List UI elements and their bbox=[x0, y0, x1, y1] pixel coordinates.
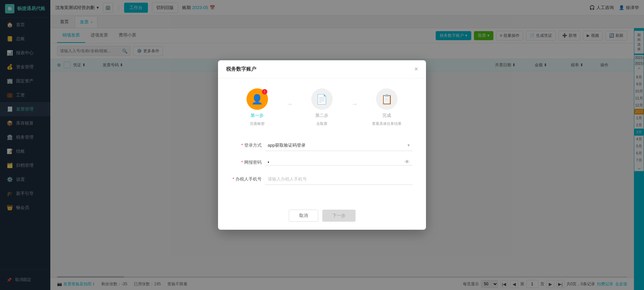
login-method-label: 登录方式 bbox=[231, 142, 262, 148]
eye-toggle-icon[interactable]: 👁 bbox=[405, 159, 410, 165]
step-arrow-2: → bbox=[348, 100, 361, 108]
net-password-label: 网报密码 bbox=[231, 159, 262, 165]
modal-overlay[interactable]: 税务数字账户 × 👤 ! 第一步 完善账密 → bbox=[0, 0, 644, 290]
next-button[interactable]: 下一步 bbox=[322, 210, 356, 222]
taxpayer-phone-input[interactable] bbox=[265, 173, 413, 185]
step-3: 📋 完成 查看具体任务结果 bbox=[361, 88, 413, 126]
password-input-wrap: 👁 bbox=[265, 159, 413, 165]
step-2: 📄 第二步 去取票 bbox=[296, 88, 347, 126]
step-2-doc-icon: 📄 bbox=[316, 94, 328, 105]
modal-close-button[interactable]: × bbox=[414, 66, 418, 73]
step-1-badge: ! bbox=[262, 89, 267, 94]
step-2-desc: 去取票 bbox=[316, 121, 327, 126]
taxpayer-phone-label: 办税人手机号 bbox=[231, 176, 262, 182]
net-password-input[interactable] bbox=[268, 160, 405, 165]
step-1-label: 第一步 bbox=[251, 113, 264, 119]
modal-footer: 取消 下一步 bbox=[218, 203, 426, 230]
net-password-row: 网报密码 👁 bbox=[231, 159, 413, 165]
step-2-label: 第二步 bbox=[315, 113, 328, 119]
step-1-desc: 完善账密 bbox=[250, 121, 265, 126]
step-1: 👤 ! 第一步 完善账密 bbox=[231, 88, 283, 126]
step-arrow-1: → bbox=[283, 100, 296, 108]
taxpayer-phone-row: 办税人手机号 bbox=[231, 173, 413, 185]
cancel-button[interactable]: 取消 bbox=[289, 210, 318, 222]
step-2-icon-wrap: 📄 bbox=[311, 88, 333, 110]
step-3-desc: 查看具体任务结果 bbox=[372, 121, 401, 126]
login-method-value: app获取验证码登录 bbox=[268, 142, 306, 148]
modal-dialog: 税务数字账户 × 👤 ! 第一步 完善账密 → bbox=[218, 60, 426, 230]
step-3-label: 完成 bbox=[382, 113, 391, 119]
step-1-icon-wrap: 👤 ! bbox=[247, 88, 268, 110]
modal-body: 👤 ! 第一步 完善账密 → 📄 第二步 去取票 → bbox=[218, 78, 426, 203]
modal-title: 税务数字账户 bbox=[226, 66, 256, 72]
step-3-icon-wrap: 📋 bbox=[376, 88, 397, 110]
steps-indicator: 👤 ! 第一步 完善账密 → 📄 第二步 去取票 → bbox=[231, 88, 413, 126]
modal-header: 税务数字账户 × bbox=[218, 60, 426, 78]
step-3-clipboard-icon: 📋 bbox=[381, 94, 393, 105]
login-method-select[interactable]: app获取验证码登录 ▾ bbox=[265, 140, 413, 151]
select-dropdown-icon: ▾ bbox=[408, 143, 410, 148]
login-method-row: 登录方式 app获取验证码登录 ▾ bbox=[231, 140, 413, 151]
step-1-user-icon: 👤 bbox=[251, 94, 263, 105]
